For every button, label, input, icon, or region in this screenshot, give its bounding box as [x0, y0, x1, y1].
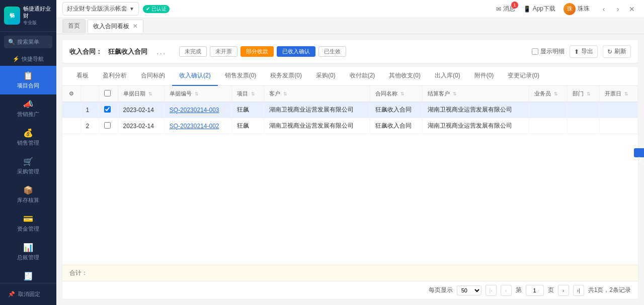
- salesperson-column-header[interactable]: 业务员 ⇅: [529, 86, 567, 102]
- sidebar: 畅 畅捷通好业财 专业版 🔍 搜索菜单 ⚡ 快捷导航 📋 项目合同 📣 营销推广…: [0, 0, 56, 305]
- row1-checkbox[interactable]: [104, 106, 111, 113]
- export-button[interactable]: ⬆ 导出: [570, 45, 598, 58]
- sidebar-item-label: 销售管理: [17, 139, 39, 147]
- row1-department: [567, 102, 599, 118]
- first-page-button[interactable]: |‹: [486, 285, 497, 296]
- status-incomplete[interactable]: 未完成: [179, 46, 207, 57]
- refresh-button[interactable]: ↻ 刷新: [603, 45, 631, 58]
- show-detail-label: 显示明细: [540, 47, 565, 56]
- close-button[interactable]: ✕: [626, 3, 638, 15]
- inner-panel: 看板 盈利分析 合同标的 收入确认(2) 销售发票(0) 税务发票(0) 采购(…: [62, 67, 638, 299]
- status-effective[interactable]: 已生效: [318, 46, 346, 57]
- contract-right-actions: 显示明细 ⬆ 导出 ↻ 刷新: [532, 45, 631, 58]
- contract-name-column-header[interactable]: 合同名称 ⇅: [370, 86, 423, 102]
- status-uninvoiced[interactable]: 未开票: [210, 46, 237, 57]
- more-options-button[interactable]: ...: [153, 46, 169, 57]
- sidebar-item-inventory[interactable]: 📦 库存核算: [0, 180, 56, 209]
- sub-tab-purchase[interactable]: 采购(0): [309, 67, 343, 86]
- status-buttons: 未完成 未开票 部分收款 已收入确认 已生效: [179, 46, 346, 57]
- row1-check[interactable]: [99, 102, 118, 118]
- search-menu-button[interactable]: 🔍 搜索菜单: [4, 36, 52, 48]
- row2-checkbox[interactable]: [104, 122, 111, 129]
- check-column-header[interactable]: [99, 86, 118, 102]
- sub-tab-sales-invoice[interactable]: 销售发票(0): [218, 67, 264, 86]
- sub-tab-profit[interactable]: 盈利分析: [96, 67, 134, 86]
- settings-column-header[interactable]: ⚙: [62, 86, 80, 102]
- user-profile[interactable]: 珠 珠珠: [564, 3, 590, 15]
- prev-page-button[interactable]: ‹: [501, 285, 512, 296]
- message-button[interactable]: ✉ 1 消息: [496, 5, 515, 13]
- sub-tab-other-income[interactable]: 其他收支(0): [382, 67, 428, 86]
- sidebar-item-purchase[interactable]: 🛒 采购管理: [0, 152, 56, 180]
- page-unit: 页: [548, 286, 554, 294]
- table-row[interactable]: 1 2023-02-14 SQ-20230214-003 狂飙 湖南卫视商业运营…: [62, 102, 638, 118]
- page-input[interactable]: [526, 285, 544, 296]
- sub-tab-contract-standard[interactable]: 合同标的: [134, 67, 172, 86]
- tab-income-contract[interactable]: 收入合同看板 ✕: [88, 20, 143, 33]
- avatar: 珠: [564, 3, 576, 15]
- table-row[interactable]: 2 2023-02-14 SQ-20230214-002 狂飙 湖南卫视商业运营…: [62, 118, 638, 134]
- department-column-header[interactable]: 部门 ⇅: [567, 86, 599, 102]
- app-logo-icon: 畅: [4, 7, 20, 25]
- notification-badge: 1: [511, 2, 518, 9]
- row2-date: 2023-02-14: [118, 118, 164, 134]
- unpin-button[interactable]: 📌 取消固定: [4, 287, 52, 301]
- nav-back-button[interactable]: ‹: [598, 3, 610, 15]
- last-page-button[interactable]: ›|: [573, 285, 584, 296]
- sub-tab-attachment[interactable]: 附件(0): [467, 67, 501, 86]
- contract-header: 收入合同： 狂飙收入合同 ... 未完成 未开票 部分收款 已收入确认 已生效 …: [62, 40, 638, 63]
- app-name: 畅捷通好业财: [23, 5, 52, 20]
- customer-column-header[interactable]: 客户 ⇅: [264, 86, 370, 102]
- sub-tab-board[interactable]: 看板: [69, 67, 96, 86]
- project-column-header[interactable]: 项目 ⇅: [231, 86, 264, 102]
- export-icon: ⬆: [574, 48, 579, 55]
- sort-settlement-icon: ⇅: [453, 91, 457, 96]
- search-icon: 🔍: [8, 39, 15, 45]
- nav-forward-button[interactable]: ›: [612, 3, 624, 15]
- sidebar-item-project[interactable]: 📋 项目合同: [0, 66, 56, 94]
- sub-tab-income-confirm[interactable]: 收入确认(2): [172, 67, 218, 86]
- certified-badge: ✔ 已认证: [143, 5, 170, 13]
- sidebar-item-fund[interactable]: 💳 资金管理: [0, 209, 56, 238]
- tab-close-icon[interactable]: ✕: [133, 23, 138, 30]
- sidebar-item-marketing[interactable]: 📣 营销推广: [0, 94, 56, 123]
- sidebar-item-invoice[interactable]: 🧾 发票管理: [0, 266, 56, 283]
- code-column-header[interactable]: 单据编号 ⇅: [164, 86, 231, 102]
- sidebar-logo: 畅 畅捷通好业财 专业版: [0, 0, 56, 32]
- show-detail-checkbox[interactable]: 显示明细: [532, 47, 565, 56]
- purchase-icon: 🛒: [23, 157, 33, 166]
- next-page-button[interactable]: ›: [558, 285, 569, 296]
- sidebar-item-sales[interactable]: 💰 销售管理: [0, 123, 56, 152]
- open-date-column-header[interactable]: 开票日 ⇅: [599, 86, 637, 102]
- tab-home[interactable]: 首页: [62, 19, 86, 33]
- sidebar-item-label: 采购管理: [17, 168, 39, 175]
- message-icon: ✉: [496, 6, 501, 13]
- chevron-down-icon: ▼: [129, 6, 134, 12]
- row2-check[interactable]: [99, 118, 118, 134]
- select-all-checkbox[interactable]: [104, 90, 111, 96]
- sidebar-item-quicknav[interactable]: ⚡ 快捷导航: [0, 52, 56, 66]
- row1-code[interactable]: SQ-20230214-003: [164, 102, 231, 118]
- tabbar: 首页 收入合同看板 ✕: [56, 18, 644, 34]
- row2-department: [567, 118, 599, 134]
- per-page-select[interactable]: 20 50 100: [457, 285, 481, 295]
- status-partial-received[interactable]: 部分收款: [240, 46, 274, 57]
- app-download-button[interactable]: 📱 App下载: [523, 5, 555, 13]
- checkbox-icon[interactable]: [532, 48, 538, 55]
- sub-tab-change-log[interactable]: 变更记录(0): [501, 67, 546, 86]
- date-column-header[interactable]: 单据日期 ⇅: [118, 86, 164, 102]
- row2-settings[interactable]: [62, 118, 80, 134]
- sub-tab-warehouse[interactable]: 出入库(0): [428, 67, 467, 86]
- side-note-panel[interactable]: 备注: [634, 148, 644, 157]
- check-icon: ✔: [146, 6, 150, 12]
- sub-tab-payment[interactable]: 收付款(2): [343, 67, 382, 86]
- row1-date: 2023-02-14: [118, 102, 164, 118]
- main-area: 好业财专业版演示帐套 ▼ ✔ 已认证 ✉ 1 消息 📱 App下载 珠 珠珠 ‹: [56, 0, 644, 305]
- row2-code[interactable]: SQ-20230214-002: [164, 118, 231, 134]
- status-confirmed[interactable]: 已收入确认: [277, 46, 315, 57]
- sub-tab-tax-invoice[interactable]: 税务发票(0): [263, 67, 309, 86]
- row1-settings[interactable]: [62, 102, 80, 118]
- sidebar-item-general[interactable]: 📊 总账管理: [0, 238, 56, 266]
- company-selector[interactable]: 好业财专业版演示帐套 ▼: [62, 2, 139, 16]
- settlement-column-header[interactable]: 结算客户 ⇅: [423, 86, 529, 102]
